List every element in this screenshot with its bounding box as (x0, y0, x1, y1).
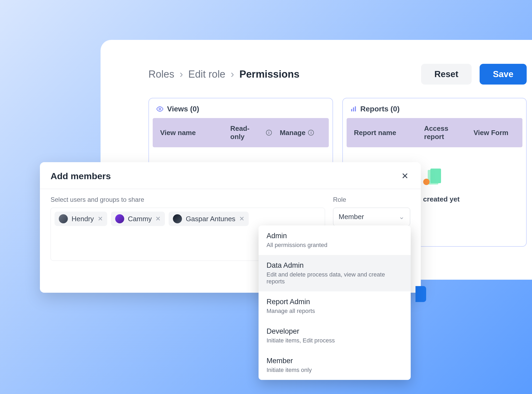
user-chip: Gaspar Antunes ✕ (169, 212, 248, 226)
avatar (115, 214, 124, 223)
svg-rect-1 (351, 109, 352, 111)
svg-point-0 (159, 108, 161, 110)
th-report-name: Report name (354, 124, 416, 141)
avatar (173, 214, 182, 223)
chevron-right-icon: › (231, 69, 234, 80)
breadcrumb-edit-role[interactable]: Edit role (188, 69, 225, 80)
remove-chip-icon[interactable]: ✕ (239, 215, 244, 223)
chip-name: Cammy (128, 215, 152, 223)
modal-title: Add members (51, 171, 111, 181)
remove-chip-icon[interactable]: ✕ (155, 215, 161, 223)
chevron-down-icon: ⌄ (399, 213, 405, 221)
breadcrumb-current: Permissions (239, 69, 300, 80)
reports-table-header: Report name Access report View Form (347, 118, 523, 147)
remove-chip-icon[interactable]: ✕ (98, 215, 103, 223)
avatar (59, 214, 68, 223)
svg-rect-3 (355, 106, 356, 111)
role-option-member[interactable]: Member Initiate items only (259, 350, 411, 380)
svg-rect-2 (353, 107, 354, 111)
breadcrumb-roles[interactable]: Roles (148, 69, 174, 80)
breadcrumb: Roles › Edit role › Permissions (148, 69, 300, 80)
role-selected-value: Member (339, 213, 364, 221)
user-chip: Cammy ✕ (111, 212, 165, 226)
th-manage: Manage i (280, 124, 321, 141)
role-field-label: Role (333, 196, 410, 203)
chip-name: Gaspar Antunes (186, 215, 235, 223)
chip-name: Hendry (72, 215, 94, 223)
save-button[interactable]: Save (480, 64, 527, 85)
role-option-admin[interactable]: Admin All permissions granted (259, 225, 411, 255)
role-select[interactable]: Member ⌄ (333, 208, 410, 226)
th-access-report: Access report (424, 124, 466, 141)
th-view-name: View name (160, 124, 222, 141)
users-field-label: Select users and groups to share (51, 196, 325, 203)
reports-panel-title: Reports (0) (360, 105, 400, 113)
info-icon[interactable]: i (266, 130, 272, 136)
svg-point-6 (423, 179, 430, 185)
empty-reports-illustration (422, 166, 446, 190)
views-table-header: View name Read-only i Manage i (153, 118, 329, 147)
user-chip: Hendry ✕ (55, 212, 107, 226)
role-option-report-admin[interactable]: Report Admin Manage all reports (259, 291, 411, 321)
modal-action-button[interactable] (415, 286, 426, 302)
th-read-only: Read-only i (230, 124, 272, 141)
svg-rect-5 (430, 169, 441, 183)
info-icon[interactable]: i (308, 130, 314, 136)
chevron-right-icon: › (180, 69, 183, 80)
bar-chart-icon (350, 106, 357, 112)
role-option-developer[interactable]: Developer Initiate items, Edit process (259, 321, 411, 350)
views-panel-title: Views (0) (167, 105, 199, 113)
th-view-form: View Form (473, 124, 515, 141)
role-dropdown: Admin All permissions granted Data Admin… (259, 225, 411, 380)
reset-button[interactable]: Reset (421, 64, 472, 85)
eye-icon (156, 106, 163, 112)
role-option-data-admin[interactable]: Data Admin Edit and delete process data,… (259, 255, 411, 291)
close-icon[interactable]: ✕ (400, 171, 410, 181)
